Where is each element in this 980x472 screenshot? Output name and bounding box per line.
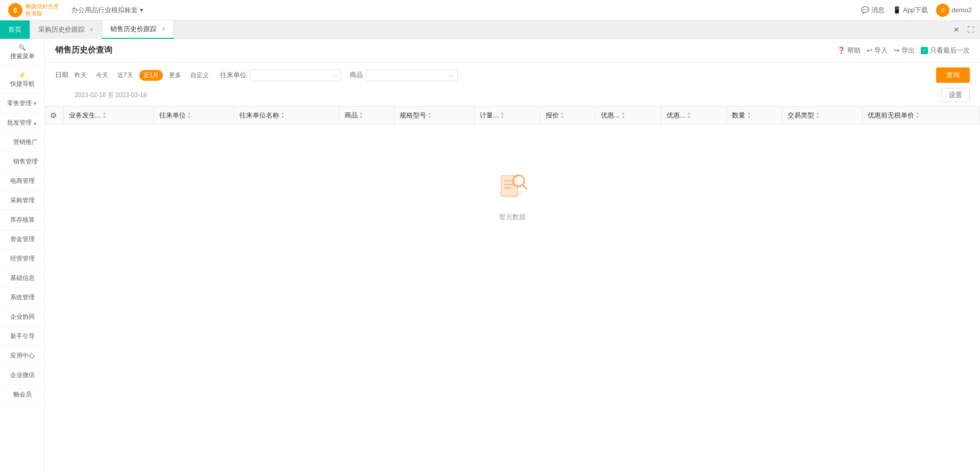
logo-text: 畅捷信好生意 标准版 bbox=[26, 3, 59, 16]
sort-arrows-partner-code[interactable]: ▲▼ bbox=[187, 111, 191, 120]
col-discount-rate: 优惠... ▲▼ bbox=[596, 107, 662, 125]
col-discount-amount: 优惠... ▲▼ bbox=[661, 107, 727, 125]
app-download-button[interactable]: 📱 App下载 bbox=[893, 6, 928, 15]
top-bar-left: 6 畅捷信好生意 标准版 办公用品行业模拟账套 ▾ bbox=[8, 3, 143, 17]
sidebar-item-marketing[interactable]: 营销推广 bbox=[0, 133, 44, 152]
sort-arrows-discount-amount[interactable]: ▲▼ bbox=[687, 111, 691, 120]
col-product: 商品 ▲▼ bbox=[339, 107, 394, 125]
sidebar-item-wechat[interactable]: 企业微信 bbox=[0, 366, 44, 385]
settings-button[interactable]: 设置 bbox=[941, 88, 970, 102]
date-today-button[interactable]: 今天 bbox=[93, 70, 111, 81]
col-unit: 计量... ▲▼ bbox=[475, 107, 541, 125]
help-icon: ❓ bbox=[837, 46, 845, 54]
table-settings-icon[interactable]: ⚙ bbox=[50, 111, 57, 120]
sort-arrows-trade-type[interactable]: ▲▼ bbox=[816, 111, 820, 120]
only-last-checkbox-label[interactable]: ✓ 只看最后一次 bbox=[921, 46, 970, 55]
empty-illustration bbox=[492, 166, 533, 206]
sidebar-item-system[interactable]: 系统管理 bbox=[0, 288, 44, 308]
query-button[interactable]: 查询 bbox=[936, 67, 970, 83]
tab-bar: 首页 采购历史价跟踪 × 销售历史价跟踪 × ✕ ⛶ bbox=[0, 20, 980, 39]
sidebar-item-retail[interactable]: 零售管理 ▼ bbox=[0, 94, 44, 113]
sidebar-item-purchase[interactable]: 采购管理 bbox=[0, 191, 44, 210]
empty-text: 暂元数据 bbox=[499, 213, 526, 222]
tab-purchase-history[interactable]: 采购历史价跟踪 × bbox=[30, 20, 102, 39]
app-selector[interactable]: 办公用品行业模拟账套 ▾ bbox=[71, 6, 143, 15]
product-dots-icon: ··· bbox=[448, 72, 454, 79]
close-all-tabs-button[interactable]: ✕ bbox=[951, 25, 962, 35]
sidebar-item-member[interactable]: 畅会员 bbox=[0, 385, 44, 405]
tab-home[interactable]: 首页 bbox=[0, 20, 30, 39]
message-button[interactable]: 💬 消息 bbox=[861, 6, 885, 15]
page-header: 销售历史价查询 ❓ 帮助 ↩ 导入 ↪ 导出 ✓ bbox=[45, 39, 980, 62]
sort-arrows-pre-tax-price[interactable]: ▲▼ bbox=[916, 111, 920, 120]
filter-row: 日期 昨天 今天 近7天 近1月 更多 自定义 往来单位 ··· 商品 bbox=[55, 62, 970, 88]
partner-input[interactable]: ··· bbox=[250, 69, 341, 81]
sort-arrows-spec[interactable]: ▲▼ bbox=[428, 111, 432, 120]
col-settings: ⚙ bbox=[45, 107, 63, 125]
sidebar-item-search[interactable]: 🔍 搜索菜单 bbox=[0, 39, 44, 66]
checkbox-teal-icon: ✓ bbox=[921, 47, 928, 54]
date-more-button[interactable]: 更多 bbox=[166, 70, 184, 81]
col-partner-name: 往来单位名称 ▲▼ bbox=[234, 107, 339, 125]
sort-arrows-quantity[interactable]: ▲▼ bbox=[747, 111, 751, 120]
tab-actions: ✕ ⛶ bbox=[951, 25, 980, 35]
export-icon: ↪ bbox=[894, 46, 899, 54]
chevron-down-icon: ▾ bbox=[140, 6, 143, 14]
tab-sales-history[interactable]: 销售历史价跟踪 × bbox=[102, 20, 174, 39]
col-pre-tax-price: 优惠前无税单价 ▲▼ bbox=[862, 107, 979, 125]
sort-arrows-date[interactable]: ▲▼ bbox=[102, 111, 106, 120]
sidebar-item-appstore[interactable]: 应用中心 bbox=[0, 346, 44, 366]
maximize-button[interactable]: ⛶ bbox=[966, 25, 976, 35]
sort-arrows-product[interactable]: ▲▼ bbox=[359, 111, 363, 120]
chevron-down-icon: ▼ bbox=[33, 101, 38, 106]
message-icon: 💬 bbox=[861, 6, 869, 14]
chevron-up-icon: ▲ bbox=[33, 120, 38, 126]
col-partner-code: 往来单位 ▲▼ bbox=[154, 107, 234, 125]
export-button[interactable]: ↪ 导出 bbox=[894, 46, 915, 55]
tab-purchase-close-icon[interactable]: × bbox=[90, 26, 93, 33]
sidebar-item-operations[interactable]: 经营管理 bbox=[0, 249, 44, 269]
logo-char: 6 bbox=[13, 6, 17, 14]
sort-arrows-unit[interactable]: ▲▼ bbox=[500, 111, 504, 120]
download-icon: 📱 bbox=[893, 6, 901, 14]
content-area: 销售历史价查询 ❓ 帮助 ↩ 导入 ↪ 导出 ✓ bbox=[45, 39, 980, 472]
date-7days-button[interactable]: 近7天 bbox=[114, 70, 136, 81]
empty-state: 暂元数据 bbox=[45, 125, 980, 263]
main-layout: 🔍 搜索菜单 ⚡ 快捷导航 零售管理 ▼ 批发管理 ▲ 营销推广 销售管理 电商… bbox=[0, 39, 980, 472]
table-container: ⚙ 业务发生... ▲▼ 往来单位 ▲▼ bbox=[45, 107, 980, 472]
quicknav-icon: ⚡ bbox=[18, 72, 26, 79]
user-menu[interactable]: d demo2 bbox=[936, 4, 972, 17]
sidebar-item-ecommerce[interactable]: 电商管理 bbox=[0, 172, 44, 191]
sidebar-item-finance[interactable]: 资金管理 bbox=[0, 230, 44, 249]
logo-area: 6 畅捷信好生意 标准版 bbox=[8, 3, 59, 17]
sidebar-item-basic[interactable]: 基础信息 bbox=[0, 269, 44, 288]
sidebar-item-wholesale[interactable]: 批发管理 ▲ bbox=[0, 113, 44, 133]
date-1month-button[interactable]: 近1月 bbox=[139, 70, 163, 81]
product-filter: 商品 ··· bbox=[350, 69, 458, 81]
sort-arrows-price[interactable]: ▲▼ bbox=[560, 111, 565, 120]
col-price: 报价 ▲▼ bbox=[540, 107, 595, 125]
sidebar-item-guide[interactable]: 新手引导 bbox=[0, 327, 44, 346]
date-filter: 日期 昨天 今天 近7天 近1月 更多 自定义 bbox=[55, 70, 212, 81]
help-button[interactable]: ❓ 帮助 bbox=[837, 46, 861, 55]
sort-arrows-partner-name[interactable]: ▲▼ bbox=[281, 111, 285, 120]
table-header: ⚙ 业务发生... ▲▼ 往来单位 ▲▼ bbox=[45, 107, 980, 125]
import-button[interactable]: ↩ 导入 bbox=[867, 46, 888, 55]
search-icon: 🔍 bbox=[18, 44, 26, 51]
import-icon: ↩ bbox=[867, 46, 872, 54]
sidebar-item-quick-nav[interactable]: ⚡ 快捷导航 bbox=[0, 66, 44, 94]
sidebar-item-inventory[interactable]: 库存核算 bbox=[0, 210, 44, 230]
page-title: 销售历史价查询 bbox=[55, 45, 112, 56]
sidebar-item-enterprise[interactable]: 企业协同 bbox=[0, 308, 44, 327]
top-bar-right: 💬 消息 📱 App下载 d demo2 bbox=[861, 4, 972, 17]
partner-dots-icon: ··· bbox=[332, 72, 337, 79]
svg-point-7 bbox=[515, 177, 522, 184]
sort-arrows-discount-rate[interactable]: ▲▼ bbox=[621, 111, 625, 120]
avatar: d bbox=[936, 4, 949, 17]
sidebar-item-sales[interactable]: 销售管理 bbox=[0, 152, 44, 172]
product-input[interactable]: ··· bbox=[366, 69, 458, 81]
tab-sales-close-icon[interactable]: × bbox=[162, 26, 165, 33]
date-yesterday-button[interactable]: 昨天 bbox=[71, 70, 90, 81]
date-custom-button[interactable]: 自定义 bbox=[187, 70, 212, 81]
col-date: 业务发生... ▲▼ bbox=[63, 107, 154, 125]
